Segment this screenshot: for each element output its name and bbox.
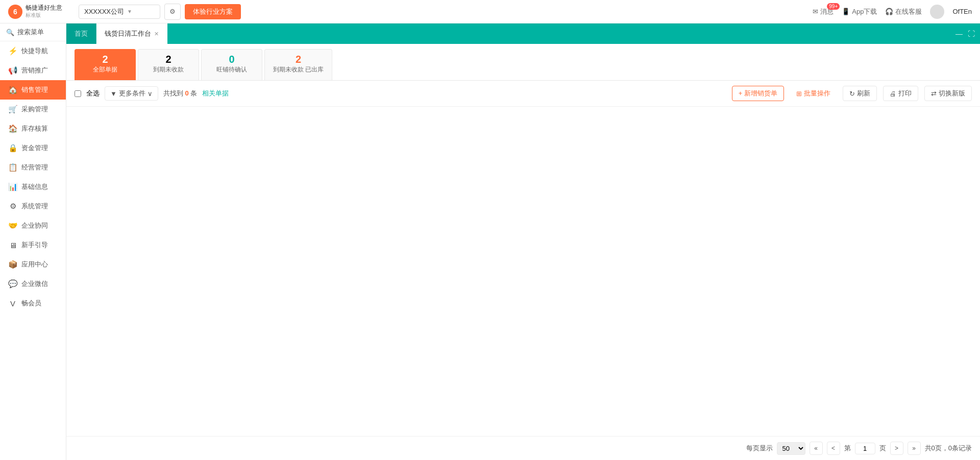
tab-close-icon[interactable]: ✕ <box>154 31 159 37</box>
prev-page-button[interactable]: < <box>827 442 840 455</box>
app-name: 畅捷通好生意 <box>26 4 62 12</box>
online-service-button[interactable]: 🎧 在线客服 <box>885 7 922 16</box>
cooperation-icon: 🤝 <box>8 221 17 230</box>
sidebar-item-label: 经营管理 <box>21 163 48 172</box>
trial-button[interactable]: 体验行业方案 <box>185 4 241 19</box>
last-page-button[interactable]: » <box>908 442 921 455</box>
username[interactable]: OfTEn <box>952 8 972 15</box>
sidebar-item-basic-info[interactable]: 📊 基础信息 <box>0 177 66 197</box>
sidebar-search[interactable]: 🔍 搜索菜单 <box>0 23 66 41</box>
sidebar-item-member[interactable]: V 畅会员 <box>0 294 66 313</box>
related-link[interactable]: 相关单据 <box>202 89 229 98</box>
tab-home[interactable]: 首页 <box>66 23 96 44</box>
sidebar-item-cooperation[interactable]: 🤝 企业协同 <box>0 216 66 235</box>
print-label: 打印 <box>898 89 912 98</box>
sidebar-item-quick-nav[interactable]: ⚡ 快捷导航 <box>0 41 66 61</box>
tab-expand-icon[interactable]: ⛶ <box>968 30 975 38</box>
avatar[interactable] <box>930 5 944 19</box>
sidebar-item-marketing[interactable]: 📢 营销推广 <box>0 61 66 80</box>
next-page-button[interactable]: > <box>890 442 903 455</box>
print-button[interactable]: 🖨 打印 <box>883 86 918 101</box>
company-dropdown-arrow: ▼ <box>127 9 132 14</box>
main-content: 2 全部单据 2 到期未收款 0 旺铺待确认 2 到期未收款 已出库 全选 <box>66 44 980 460</box>
sidebar-item-label: 应用中心 <box>21 260 48 269</box>
table-area <box>66 107 980 436</box>
settings-button[interactable]: ⚙ <box>164 4 181 20</box>
first-page-button[interactable]: « <box>810 442 823 455</box>
basic-info-icon: 📊 <box>8 182 17 191</box>
found-text: 共找到 0 条 <box>163 89 197 98</box>
filter-icon: ▼ <box>110 90 117 98</box>
batch-operation-button[interactable]: ⊞ 批量操作 <box>790 86 837 101</box>
sales-icon: 🏠 <box>8 85 17 94</box>
message-badge: 99+ <box>827 3 840 10</box>
purchase-icon: 🛒 <box>8 105 17 114</box>
tab-minimize-icon[interactable]: — <box>955 30 963 38</box>
wechat-icon: 💬 <box>8 279 17 288</box>
page-word: 页 <box>879 444 886 453</box>
logo-area: 6 畅捷通好生意 标准版 <box>8 4 75 19</box>
app-version: 标准版 <box>26 12 62 19</box>
toolbar: 全选 ▼ 更多条件 ∨ 共找到 0 条 相关单据 + 新增销货单 ⊞ 批量操作 <box>66 81 980 107</box>
stat-tab-shipped[interactable]: 2 到期未收款 已出库 <box>264 49 332 80</box>
app-download-button[interactable]: 📱 App下载 <box>842 7 877 16</box>
found-unit: 条 <box>190 89 197 97</box>
tab-cashflow[interactable]: 钱货日清工作台 ✕ <box>96 23 167 44</box>
company-selector[interactable]: XXXXXX公司 ▼ <box>79 5 160 19</box>
print-icon: 🖨 <box>890 90 896 98</box>
stat-label-shipped: 到期未收款 已出库 <box>273 66 324 73</box>
stat-count-pending: 0 <box>210 54 254 65</box>
sidebar-item-inventory[interactable]: 🏠 库存核算 <box>0 119 66 138</box>
found-count: 0 <box>185 89 189 97</box>
page-size-select[interactable]: 50 20 100 <box>777 442 805 455</box>
nav-tab-actions: — ⛶ <box>955 30 980 38</box>
page-input[interactable] <box>855 443 875 454</box>
filter-arrow: ∨ <box>148 90 153 98</box>
operations-icon: 📋 <box>8 163 17 172</box>
switch-icon: ⇄ <box>931 90 937 98</box>
member-icon: V <box>8 299 17 308</box>
add-sales-button[interactable]: + 新增销货单 <box>732 86 784 101</box>
app-icon: 📱 <box>842 8 850 15</box>
app-label: App下载 <box>852 7 877 16</box>
sidebar-item-purchase[interactable]: 🛒 采购管理 <box>0 100 66 119</box>
sidebar-item-sales[interactable]: 🏠 销售管理 <box>0 80 66 100</box>
top-header: 6 畅捷通好生意 标准版 XXXXXX公司 ▼ ⚙ 体验行业方案 ✉ 消息 99… <box>0 0 980 23</box>
header-left: 6 畅捷通好生意 标准版 XXXXXX公司 ▼ ⚙ 体验行业方案 <box>8 4 241 20</box>
sidebar-item-label: 营销推广 <box>21 66 48 75</box>
sidebar-item-wechat[interactable]: 💬 企业微信 <box>0 274 66 294</box>
stat-tab-pending[interactable]: 0 旺铺待确认 <box>201 49 262 80</box>
tab-home-label: 首页 <box>75 29 88 38</box>
stat-tab-all[interactable]: 2 全部单据 <box>75 49 136 80</box>
sidebar-item-guide[interactable]: 🖥 新手引导 <box>0 235 66 255</box>
refresh-button[interactable]: ↻ 刷新 <box>843 86 877 101</box>
sidebar-item-label: 资金管理 <box>21 143 48 153</box>
stat-label-all: 全部单据 <box>93 66 117 73</box>
batch-icon: ⊞ <box>796 90 802 98</box>
sidebar-item-system[interactable]: ⚙ 系统管理 <box>0 197 66 216</box>
switch-version-button[interactable]: ⇄ 切换新版 <box>924 86 972 101</box>
found-prefix: 共找到 <box>163 89 183 97</box>
toolbar-right: + 新增销货单 ⊞ 批量操作 ↻ 刷新 🖨 打印 ⇄ 切换新版 <box>732 86 972 101</box>
stat-count-shipped: 2 <box>273 54 324 65</box>
finance-icon: 🔒 <box>8 143 17 153</box>
select-all-checkbox[interactable] <box>75 90 81 97</box>
filter-label: 更多条件 <box>119 89 145 98</box>
filter-button[interactable]: ▼ 更多条件 ∨ <box>105 86 158 101</box>
sidebar-item-label: 快捷导航 <box>21 46 48 56</box>
sidebar-item-app-center[interactable]: 📦 应用中心 <box>0 255 66 274</box>
sidebar-item-label: 畅会员 <box>21 299 41 308</box>
service-icon: 🎧 <box>885 8 893 15</box>
sidebar-item-label: 系统管理 <box>21 202 48 211</box>
page-word-first: 第 <box>844 444 851 453</box>
stat-tab-overdue[interactable]: 2 到期未收款 <box>138 49 199 80</box>
message-icon: ✉ <box>813 8 818 15</box>
service-label: 在线客服 <box>895 7 922 16</box>
sidebar-item-operations[interactable]: 📋 经营管理 <box>0 158 66 177</box>
refresh-icon: ↻ <box>849 90 855 98</box>
stat-count-all: 2 <box>83 54 127 65</box>
message-button[interactable]: ✉ 消息 99+ <box>813 7 834 16</box>
select-all-label: 全选 <box>86 89 100 98</box>
app-center-icon: 📦 <box>8 260 17 269</box>
sidebar-item-finance[interactable]: 🔒 资金管理 <box>0 138 66 158</box>
